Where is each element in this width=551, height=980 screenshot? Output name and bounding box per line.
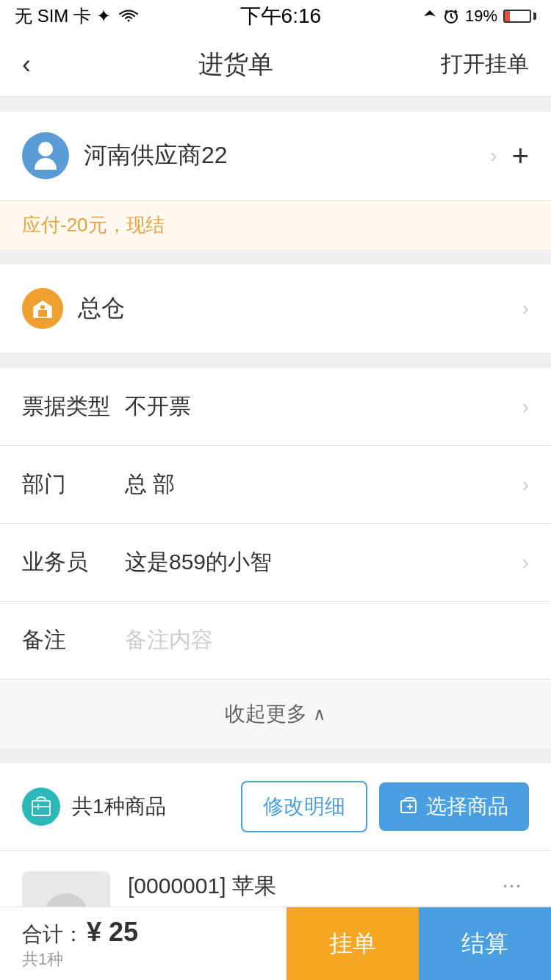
salesperson-chevron-icon: › [522, 551, 529, 574]
supplier-name: 河南供应商22 [84, 140, 490, 172]
add-supplier-button[interactable]: + [512, 141, 529, 170]
remark-input[interactable]: 备注内容 [125, 625, 529, 655]
notice-banner: 应付-20元，现结 [0, 201, 551, 250]
invoice-type-value: 不开票 [125, 392, 522, 422]
status-right: 19% [422, 7, 536, 26]
product-more-button[interactable]: ··· [494, 871, 529, 898]
status-left: 无 SIM 卡 ✦ [15, 4, 139, 28]
salesperson-value: 这是859的小智 [125, 547, 522, 577]
salesperson-row[interactable]: 业务员 这是859的小智 › [0, 524, 551, 602]
checkout-btn-text: 结算 [461, 928, 508, 960]
divider-2 [0, 353, 551, 368]
signal-text: 无 SIM 卡 ✦ [15, 4, 111, 28]
supplier-chevron-icon: › [490, 144, 497, 167]
product-count: 共1种商品 [72, 793, 241, 821]
total-section: 合计： ¥ 25 共1种 [0, 907, 287, 980]
checkout-button[interactable]: 结算 [419, 907, 551, 980]
status-bar: 无 SIM 卡 ✦ 下午6:16 19% [0, 0, 551, 32]
collapse-text: 收起更多 [225, 700, 307, 728]
invoice-type-chevron-icon: › [522, 395, 529, 419]
total-count: 共1种 [22, 948, 264, 970]
avatar [22, 132, 69, 179]
cart-icon [400, 796, 420, 817]
hang-btn-text: 挂单 [329, 928, 376, 960]
open-pending-button[interactable]: 打开挂单 [441, 49, 529, 79]
remark-row[interactable]: 备注 备注内容 [0, 602, 551, 680]
warehouse-icon [22, 288, 63, 329]
back-button[interactable]: ‹ [22, 49, 31, 80]
department-value: 总 部 [125, 469, 522, 500]
alarm-icon [443, 8, 459, 24]
remark-label: 备注 [22, 625, 125, 655]
department-row[interactable]: 部门 总 部 › [0, 446, 551, 524]
nav-bar: ‹ 进货单 打开挂单 [0, 32, 551, 97]
salesperson-label: 业务员 [22, 547, 125, 577]
bottom-bar: 合计： ¥ 25 共1种 挂单 结算 [0, 907, 551, 980]
product-count-icon [22, 788, 60, 826]
product-header: 共1种商品 修改明细 选择商品 [0, 763, 551, 851]
person-icon [35, 142, 57, 170]
hang-order-button[interactable]: 挂单 [287, 907, 419, 980]
select-btn-text: 选择商品 [426, 793, 508, 821]
svg-rect-5 [38, 310, 47, 317]
invoice-type-label: 票据类型 [22, 392, 125, 422]
battery-percent: 19% [465, 7, 497, 26]
warehouse-chevron-icon: › [522, 297, 529, 320]
collapse-icon: ∧ [313, 704, 326, 724]
svg-rect-7 [32, 801, 50, 815]
battery-indicator [503, 10, 536, 23]
supplier-row[interactable]: 河南供应商22 › + [0, 112, 551, 201]
product-name: [0000001] 苹果 [128, 871, 494, 901]
total-label: 合计： [22, 920, 84, 948]
edit-detail-button[interactable]: 修改明细 [241, 781, 367, 832]
warehouse-row[interactable]: 总仓 › [0, 264, 551, 353]
divider-3 [0, 749, 551, 763]
status-time: 下午6:16 [240, 2, 322, 30]
total-amount: ¥ 25 [87, 917, 138, 948]
form-section: 票据类型 不开票 › 部门 总 部 › 业务员 这是859的小智 › 备注 备注… [0, 368, 551, 680]
svg-point-6 [40, 305, 45, 309]
person-body [35, 158, 57, 170]
warehouse-label: 总仓 [78, 292, 522, 325]
product-id: [0000001] [128, 873, 232, 898]
location-icon [422, 9, 437, 24]
warehouse-section: 总仓 › [0, 264, 551, 353]
notice-text: 应付-20元，现结 [22, 214, 165, 236]
select-product-button[interactable]: 选择商品 [379, 782, 529, 831]
svg-line-2 [451, 17, 453, 18]
invoice-type-row[interactable]: 票据类型 不开票 › [0, 368, 551, 446]
collapse-row[interactable]: 收起更多 ∧ [0, 680, 551, 749]
page-title: 进货单 [198, 48, 273, 82]
supplier-section: 河南供应商22 › + 应付-20元，现结 [0, 112, 551, 250]
person-head [38, 142, 53, 156]
department-label: 部门 [22, 469, 125, 500]
top-divider [0, 97, 551, 112]
product-title: 苹果 [232, 873, 276, 898]
divider-1 [0, 250, 551, 264]
department-chevron-icon: › [522, 473, 529, 497]
wifi-icon [118, 9, 139, 24]
